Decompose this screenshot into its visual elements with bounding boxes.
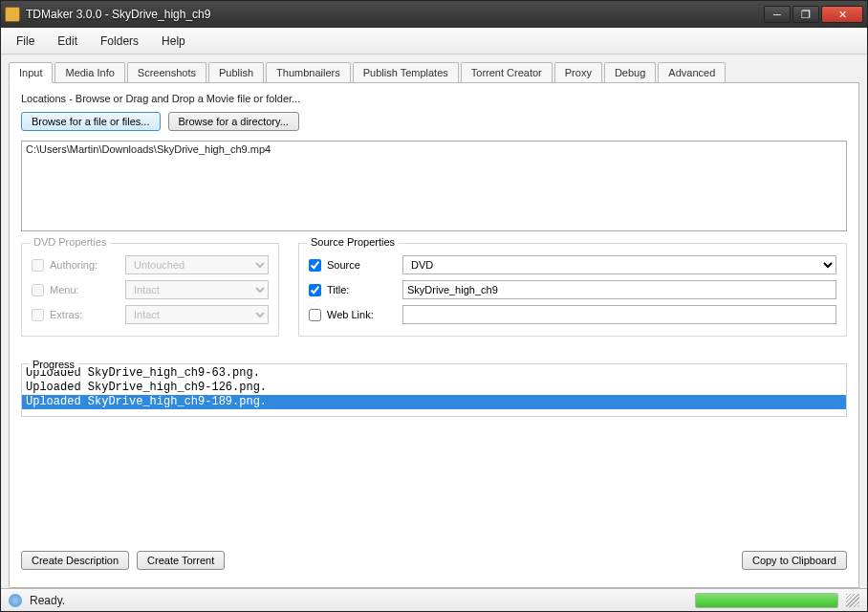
menu-file[interactable]: File <box>7 31 44 52</box>
progress-group: Progress Uploaded SkyDrive_high_ch9-63.p… <box>21 352 847 417</box>
window-title: TDMaker 3.0.0 - SkyDrive_high_ch9 <box>26 8 764 21</box>
source-properties-group: Source Properties Source DVD Title: Web … <box>298 243 847 337</box>
app-icon <box>5 7 20 22</box>
weblink-input[interactable] <box>402 305 836 324</box>
source-properties-legend: Source Properties <box>307 236 399 248</box>
progress-line[interactable]: Uploaded SkyDrive_high_ch9-63.png. <box>22 366 846 381</box>
progress-legend: Progress <box>29 359 78 370</box>
tab-torrent-creator[interactable]: Torrent Creator <box>461 62 553 82</box>
client-area: Input Media Info Screenshots Publish Thu… <box>1 55 867 588</box>
tab-debug[interactable]: Debug <box>604 62 656 82</box>
source-select[interactable]: DVD <box>402 255 836 274</box>
status-icon <box>9 594 22 607</box>
titlebar: TDMaker 3.0.0 - SkyDrive_high_ch9 ─ ❐ ✕ <box>1 1 867 28</box>
progress-log[interactable]: Uploaded SkyDrive_high_ch9-63.png. Uploa… <box>21 363 847 417</box>
maximize-button[interactable]: ❐ <box>792 6 819 23</box>
extras-checkbox[interactable] <box>32 309 44 321</box>
menu-checkbox-label: Menu: <box>32 284 118 296</box>
tabstrip: Input Media Info Screenshots Publish Thu… <box>9 62 859 82</box>
tab-media-info[interactable]: Media Info <box>54 62 124 82</box>
tab-publish[interactable]: Publish <box>208 62 264 82</box>
weblink-checkbox[interactable] <box>309 309 321 321</box>
status-text: Ready. <box>30 594 687 607</box>
menu-edit[interactable]: Edit <box>48 31 87 52</box>
close-button[interactable]: ✕ <box>821 6 863 23</box>
tab-input[interactable]: Input <box>9 62 53 83</box>
file-list-input[interactable] <box>21 141 847 231</box>
app-window: TDMaker 3.0.0 - SkyDrive_high_ch9 ─ ❐ ✕ … <box>0 0 868 612</box>
source-checkbox[interactable] <box>309 259 321 272</box>
title-checkbox-label: Title: <box>309 284 395 296</box>
tab-publish-templates[interactable]: Publish Templates <box>353 62 459 82</box>
menu-select[interactable]: Intact <box>125 280 269 299</box>
extras-select[interactable]: Intact <box>125 305 269 324</box>
status-progressbar <box>695 593 838 608</box>
weblink-checkbox-label: Web Link: <box>309 309 395 321</box>
tab-thumbnailers[interactable]: Thumbnailers <box>266 62 351 82</box>
tab-screenshots[interactable]: Screenshots <box>127 62 206 82</box>
browse-files-button[interactable]: Browse for a file or files... <box>21 112 161 131</box>
status-progressbar-fill <box>696 594 837 607</box>
progress-line-selected[interactable]: Uploaded SkyDrive_high_ch9-189.png. <box>22 395 846 409</box>
create-description-button[interactable]: Create Description <box>21 551 129 570</box>
extras-checkbox-label: Extras: <box>32 309 118 321</box>
progress-line[interactable]: Uploaded SkyDrive_high_ch9-126.png. <box>22 381 846 395</box>
tab-panel-input: Locations - Browse or Drag and Drop a Mo… <box>9 82 859 588</box>
tab-advanced[interactable]: Advanced <box>658 62 726 82</box>
tab-proxy[interactable]: Proxy <box>554 62 602 82</box>
locations-label: Locations - Browse or Drag and Drop a Mo… <box>21 93 847 104</box>
source-checkbox-label: Source <box>309 259 395 272</box>
title-checkbox[interactable] <box>309 284 321 296</box>
browse-directory-button[interactable]: Browse for a directory... <box>168 112 299 131</box>
statusbar: Ready. <box>1 588 867 611</box>
dvd-properties-legend: DVD Properties <box>30 236 110 248</box>
authoring-checkbox-label: Authoring: <box>32 259 118 272</box>
minimize-button[interactable]: ─ <box>764 6 791 23</box>
menu-help[interactable]: Help <box>152 31 195 52</box>
create-torrent-button[interactable]: Create Torrent <box>137 551 225 570</box>
menu-checkbox[interactable] <box>32 284 44 296</box>
authoring-checkbox[interactable] <box>32 259 44 272</box>
resize-grip[interactable] <box>846 594 859 607</box>
dvd-properties-group: DVD Properties Authoring: Untouched Menu… <box>21 243 279 337</box>
menubar: File Edit Folders Help <box>1 28 867 55</box>
title-input[interactable] <box>402 280 836 299</box>
menu-folders[interactable]: Folders <box>91 31 148 52</box>
authoring-select[interactable]: Untouched <box>125 255 269 274</box>
copy-to-clipboard-button[interactable]: Copy to Clipboard <box>742 551 847 570</box>
